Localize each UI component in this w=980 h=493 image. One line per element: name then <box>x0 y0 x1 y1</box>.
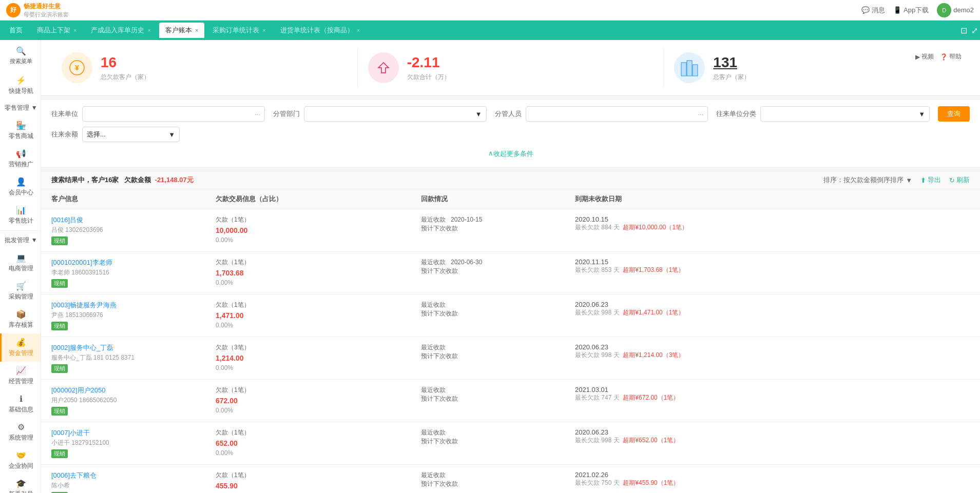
tab-inbound-summary-close[interactable]: × <box>357 27 360 33</box>
sidebar-item-retail-mall[interactable]: 🏪 零售商城 <box>0 116 41 145</box>
debt-info-3: 欠款（1笔） <box>216 301 421 309</box>
tab-product-inbound-close[interactable]: × <box>147 27 150 33</box>
sidebar-search-btn[interactable]: 🔍 搜索菜单 <box>0 42 41 69</box>
sidebar: 🔍 搜索菜单 ⚡ 快捷导航 零售管理 ▼ 🏪 零售商城 📢 营销推广 👤 会员中… <box>0 40 41 493</box>
sidebar-item-enterprise-coop[interactable]: 🤝 企业协同 <box>0 446 41 475</box>
tab-home-label: 首页 <box>9 26 23 35</box>
tab-product-inbound[interactable]: 产成品入库单历史 × <box>85 23 157 38</box>
help-icon: ❓ <box>940 53 948 61</box>
col-header-debt: 欠款交易信息（占比） <box>216 194 421 204</box>
sidebar-item-retail-mgmt[interactable]: 零售管理 ▼ <box>0 100 41 116</box>
customer-name-7[interactable]: [0006]去下粮仓 <box>51 471 216 480</box>
tab-customer-account-close[interactable]: × <box>195 27 198 33</box>
debt-amount-6: 652.00 <box>216 439 421 447</box>
refresh-btn[interactable]: ↻ 刷新 <box>949 175 970 185</box>
filter-input-person[interactable]: ··· <box>526 106 708 122</box>
repay-cell-4: 最近收款 预计下次收款 <box>421 343 575 361</box>
filter-select-category[interactable]: ▼ <box>760 106 930 122</box>
sidebar-item-batch-mgmt[interactable]: 批发管理 ▼ <box>0 232 41 249</box>
sidebar-item-purchase-mgmt[interactable]: 🛒 采购管理 <box>0 277 41 305</box>
video-icon: ▶ <box>915 53 920 61</box>
overdue-link-2[interactable]: 超期¥1,703.68（1笔） <box>623 266 684 273</box>
sidebar-item-inventory[interactable]: 📦 库存核算 <box>0 305 41 333</box>
due-date-7: 2021.02.26 <box>575 471 970 479</box>
main-layout: 🔍 搜索菜单 ⚡ 快捷导航 零售管理 ▼ 🏪 零售商城 📢 营销推广 👤 会员中… <box>0 40 980 493</box>
sidebar-item-member-center[interactable]: 👤 会员中心 <box>0 173 41 201</box>
sidebar-item-quick-nav[interactable]: ⚡ 快捷导航 <box>0 71 41 100</box>
message-btn[interactable]: 💬 消息 <box>861 6 885 15</box>
repay-cell-7: 最近收款 预计下次收款 <box>421 471 575 488</box>
sidebar-item-operation[interactable]: 📈 经营管理 <box>0 362 41 390</box>
help-btn[interactable]: ❓ 帮助 <box>940 52 962 61</box>
sidebar-item-retail-stats[interactable]: 📊 零售统计 <box>0 201 41 229</box>
sidebar-item-ecommerce[interactable]: 💻 电商管理 <box>0 249 41 277</box>
filter-label-person: 分管人员 <box>495 109 522 119</box>
customer-name-1[interactable]: [0016]吕俊 <box>51 215 216 225</box>
member-center-label: 会员中心 <box>9 188 33 197</box>
filter-select-balance[interactable]: 选择... ▼ <box>82 127 180 142</box>
quick-nav-label: 快捷导航 <box>9 87 33 95</box>
tab-product-shelf[interactable]: 商品上下架 × <box>31 23 83 38</box>
repay-next-1: 预计下次收款 <box>421 224 575 233</box>
tab-customer-account[interactable]: 客户账本 × <box>159 23 204 38</box>
customer-name-2[interactable]: [0001020001]李老师 <box>51 258 216 267</box>
tab-purchase-summary-close[interactable]: × <box>262 27 265 33</box>
due-days-2: 最长欠款 853 天 超期¥1,703.68（1笔） <box>575 266 970 274</box>
app-download-btn[interactable]: 📱 App下载 <box>893 6 929 15</box>
filter-item-partner: 往来单位 ··· <box>51 106 265 122</box>
sidebar-item-basic-info[interactable]: ℹ 基础信息 <box>0 390 41 418</box>
due-date-3: 2020.06.23 <box>575 301 970 308</box>
customer-cell-7: [0006]去下粮仓 陈小希 现销 <box>51 471 216 493</box>
overdue-link-7[interactable]: 超期¥455.90（1笔） <box>623 479 679 486</box>
result-actions: 排序：按欠款金额倒序排序 ▼ ⬆ 导出 ↻ 刷新 <box>823 175 970 185</box>
overdue-link-6[interactable]: 超期¥652.00（1笔） <box>623 437 679 444</box>
customer-name-5[interactable]: [000002]用户2050 <box>51 386 216 395</box>
search-button[interactable]: 查询 <box>938 106 970 122</box>
customer-name-6[interactable]: [0007]小进干 <box>51 428 216 438</box>
table-row: [0007]小进干 小进干 18279152100 现销 欠款（1笔） 652.… <box>41 422 980 465</box>
filter-select-dept[interactable]: ▼ <box>304 106 487 122</box>
tab-home[interactable]: 首页 <box>3 23 29 38</box>
col-header-due: 到期未收款日期 <box>575 194 970 204</box>
overdue-link-1[interactable]: 超期¥10,000.00（1笔） <box>623 224 688 231</box>
tab-fullscreen-icon[interactable]: ⤢ <box>971 26 978 35</box>
filter-input-partner[interactable]: ··· <box>82 106 265 122</box>
filter-item-dept: 分管部门 ▼ <box>273 106 487 122</box>
user-name: demo2 <box>953 6 974 14</box>
sidebar-item-finance[interactable]: 💰 资金管理 <box>0 333 41 362</box>
filter-select-balance-value: 选择... <box>87 130 106 139</box>
operation-icon: 📈 <box>16 366 26 376</box>
debt-info-2: 欠款（1笔） <box>216 258 421 267</box>
video-btn[interactable]: ▶ 视频 <box>915 52 934 61</box>
quick-nav-icon: ⚡ <box>16 75 26 85</box>
collapse-row[interactable]: ∧ 收起更多条件 <box>51 147 970 161</box>
tab-product-shelf-label: 商品上下架 <box>37 26 70 35</box>
sidebar-item-new-guide[interactable]: 🎓 新手引导 <box>0 475 41 493</box>
tab-inbound-summary[interactable]: 进货单统计表（按商品） × <box>274 23 366 38</box>
enterprise-coop-label: 企业协同 <box>9 462 33 470</box>
sidebar-item-system[interactable]: ⚙ 系统管理 <box>0 418 41 446</box>
overdue-link-3[interactable]: 超期¥1,471.00（1笔） <box>623 309 684 316</box>
sidebar-item-marketing[interactable]: 📢 营销推广 <box>0 145 41 173</box>
export-btn[interactable]: ⬆ 导出 <box>920 175 941 185</box>
customer-detail-5: 用户2050 18665062050 <box>51 396 216 405</box>
repay-label-1: 最近收款 2020-10-15 <box>421 215 575 224</box>
overdue-link-5[interactable]: 超期¥672.00（1笔） <box>623 394 679 401</box>
user-area[interactable]: D demo2 <box>937 3 974 17</box>
overdue-link-4[interactable]: 超期¥1,214.00（3笔） <box>623 351 684 359</box>
due-cell-4: 2020.06.23 最长欠款 998 天 超期¥1,214.00（3笔） <box>575 343 970 360</box>
app-name: 畅捷通好生意 <box>24 2 69 11</box>
svg-rect-4 <box>693 65 698 76</box>
tab-purchase-summary[interactable]: 采购订单统计表 × <box>206 23 272 38</box>
customer-detail-1: 吕俊 13026203696 <box>51 226 216 234</box>
customer-name-3[interactable]: [0003]畅捷服务尹海燕 <box>51 301 216 310</box>
due-cell-2: 2020.11.15 最长欠款 853 天 超期¥1,703.68（1笔） <box>575 258 970 274</box>
chevron-down-icon-sort: ▼ <box>906 176 912 184</box>
tab-product-shelf-close[interactable]: × <box>73 27 76 33</box>
debt-amount-1: 10,000.00 <box>216 226 421 234</box>
result-sort[interactable]: 排序：按欠款金额倒序排序 ▼ <box>823 175 912 185</box>
customer-name-4[interactable]: [0002]服务中心_丁磊 <box>51 343 216 352</box>
stat-num-1: 16 <box>101 54 150 71</box>
tab-minimize-icon[interactable]: ⊡ <box>960 26 967 35</box>
logo-area: 好 畅捷通好生意 母婴行业演示账套 <box>6 2 69 18</box>
